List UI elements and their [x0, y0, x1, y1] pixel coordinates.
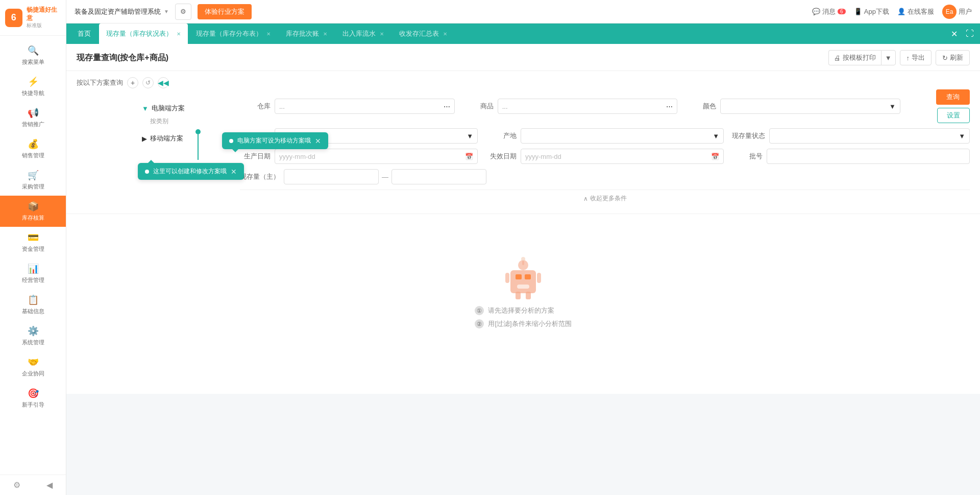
stock-min-input[interactable]	[284, 169, 379, 184]
sidebar-item-search[interactable]: 🔍 搜索菜单	[0, 40, 66, 71]
filter-refresh-btn[interactable]: ↺	[142, 77, 154, 88]
sidebar-item-finance[interactable]: 💳 资金管理	[0, 227, 66, 258]
tooltip-text: 电脑方案可设为移动方案哦	[237, 136, 311, 145]
export-btn[interactable]: ↑ 导出	[900, 50, 932, 65]
sidebar-item-quick-nav[interactable]: ⚡ 快捷导航	[0, 71, 66, 102]
stock-status-select[interactable]: ▼	[769, 128, 970, 144]
tooltip-create-scheme: 这里可以创建和修改方案哦 ✕	[138, 163, 244, 180]
search-buttons: 查询 设置	[909, 89, 970, 123]
svg-rect-3	[517, 285, 529, 289]
sidebar-item-label: 资金管理	[22, 245, 44, 253]
expire-date-input[interactable]: yyyy-mm-dd 📅	[521, 149, 724, 164]
warehouse-field: 仓库 ... ⋯	[240, 99, 455, 114]
support-icon: 👤	[897, 8, 905, 15]
tab-home[interactable]: 首页	[70, 23, 98, 44]
tooltip-close-btn[interactable]: ✕	[315, 137, 321, 145]
export-label: 导出	[912, 53, 925, 62]
system-settings-btn[interactable]: ⚙	[175, 4, 191, 20]
tab-flow[interactable]: 出入库流水 ✕	[335, 23, 391, 44]
batch-input[interactable]	[767, 149, 970, 164]
tab-inventory-distribution[interactable]: 现存量（库存分布表） ✕	[189, 23, 278, 44]
print-main-btn[interactable]: 🖨 按模板打印	[828, 50, 881, 65]
svg-rect-4	[505, 273, 509, 283]
tab-close-icon[interactable]: ✕	[177, 31, 181, 37]
sidebar-item-base-info[interactable]: 📋 基础信息	[0, 289, 66, 320]
top-header: 装备及固定资产辅助管理系统 ▼ ⚙ 体验行业方案 💬 消息 6 📱 App下载 …	[66, 0, 980, 23]
tab-close-icon[interactable]: ✕	[266, 31, 271, 37]
svg-rect-6	[516, 292, 521, 299]
filter-back-btn[interactable]: ◀◀	[158, 77, 169, 88]
tooltip-dot2	[145, 170, 149, 174]
fullscreen-btn[interactable]: ⛶	[964, 27, 976, 40]
stock-max-input[interactable]	[391, 169, 486, 184]
tab-bar: 首页 现存量（库存状况表） ✕ 现存量（库存分布表） ✕ 库存批次账 ✕ 出入库…	[66, 23, 980, 44]
mobile-scheme-label: 移动端方案	[150, 134, 183, 143]
collapse-filter-btn[interactable]: ∧ 收起更多条件	[240, 190, 970, 207]
user-btn[interactable]: Ea 用户	[942, 5, 972, 19]
print-label: 按模板打印	[843, 53, 876, 62]
filter-header-label: 按以下方案查询	[77, 78, 123, 87]
logo-icon: 6	[5, 9, 22, 27]
online-support-btn[interactable]: 👤 在线客服	[897, 7, 934, 16]
tab-batch-account[interactable]: 库存批次账 ✕	[279, 23, 334, 44]
warehouse-select[interactable]: ... ⋯	[275, 99, 455, 114]
sidebar-nav: 🔍 搜索菜单 ⚡ 快捷导航 📢 营销推广 💰 销售管理 🛒 采购管理 📦	[0, 36, 66, 475]
tooltip-close-btn2[interactable]: ✕	[231, 168, 237, 176]
empty-illustration	[498, 255, 549, 296]
filter-add-btn[interactable]: +	[127, 77, 138, 88]
step-num-2: ②	[475, 319, 484, 328]
sidebar-item-inventory[interactable]: 📦 库存核算	[0, 196, 66, 227]
svg-point-10	[521, 257, 525, 261]
tab-close-icon[interactable]: ✕	[323, 31, 327, 37]
refresh-btn[interactable]: ↻ 刷新	[936, 50, 970, 65]
desktop-scheme-item[interactable]: ▼ 电脑端方案	[138, 102, 219, 115]
system-selector[interactable]: 装备及固定资产辅助管理系统 ▼	[75, 7, 169, 16]
sidebar-item-purchase[interactable]: 🛒 采购管理	[0, 164, 66, 196]
toggle-icon2: ▶	[142, 135, 147, 143]
system-name: 装备及固定资产辅助管理系统	[75, 7, 161, 16]
sidebar-item-system[interactable]: ⚙️ 系统管理	[0, 320, 66, 351]
manufacture-date-input[interactable]: yyyy-mm-dd 📅	[275, 149, 478, 164]
sidebar-item-operations[interactable]: 📊 经营管理	[0, 258, 66, 289]
tab-inventory-status[interactable]: 现存量（库存状况表） ✕	[99, 23, 188, 44]
tab-summary[interactable]: 收发存汇总表 ✕	[392, 23, 454, 44]
reset-btn[interactable]: 设置	[937, 108, 970, 123]
sidebar-item-label: 系统管理	[22, 339, 44, 346]
page-actions: 🖨 按模板打印 ▼ ↑ 导出 ↻ 刷新	[828, 50, 970, 65]
print-arrow-btn[interactable]: ▼	[881, 50, 896, 65]
mobile-scheme-item[interactable]: ▶ 移动端方案	[138, 132, 219, 145]
sidebar-item-label: 快捷导航	[22, 89, 44, 97]
color-field: 颜色 ▼	[685, 99, 900, 114]
tab-close-icon[interactable]: ✕	[380, 31, 384, 37]
message-btn[interactable]: 💬 消息 6	[812, 7, 846, 16]
product-select[interactable]: ... ⋯	[498, 99, 678, 114]
warehouse-placeholder: ...	[279, 103, 285, 110]
app-download-btn[interactable]: 📱 App下载	[854, 7, 889, 16]
origin-select[interactable]: ▼	[521, 128, 724, 144]
page-header: 现存量查询(按仓库+商品) 🖨 按模板打印 ▼ ↑ 导出	[66, 44, 980, 71]
step1-text: 请先选择要分析的方案	[488, 306, 554, 315]
settings-footer-btn[interactable]: ⚙	[13, 480, 20, 490]
sidebar-item-sales[interactable]: 💰 销售管理	[0, 133, 66, 164]
print-btn[interactable]: 🖨 按模板打印 ▼	[828, 50, 896, 65]
marketing-icon: 📢	[28, 107, 39, 119]
experience-btn[interactable]: 体验行业方案	[198, 4, 252, 19]
sidebar-item-enterprise[interactable]: 🤝 企业协同	[0, 351, 66, 383]
color-select[interactable]: ▼	[720, 99, 900, 114]
sidebar-item-marketing[interactable]: 📢 营销推广	[0, 102, 66, 133]
color-label: 颜色	[685, 102, 716, 111]
quick-nav-icon: ⚡	[28, 76, 39, 87]
tab-close-icon[interactable]: ✕	[443, 31, 447, 37]
search-btn[interactable]: 查询	[936, 89, 970, 105]
header-right: 💬 消息 6 📱 App下载 👤 在线客服 Ea 用户	[812, 5, 972, 19]
desktop-scheme-child[interactable]: 按类别	[138, 115, 219, 128]
expire-date-field: 失效日期 yyyy-mm-dd 📅	[486, 149, 724, 164]
close-all-tabs-btn[interactable]: ✕	[949, 27, 960, 41]
step2-text: 用[过滤]条件来缩小分析范围	[488, 319, 571, 328]
sidebar-item-guide[interactable]: 🎯 新手引导	[0, 383, 66, 414]
stock-range: —	[284, 169, 486, 184]
calendar-icon: 📅	[465, 153, 473, 160]
logo-text: 畅捷通好生意	[27, 6, 61, 22]
refresh-label: 刷新	[950, 53, 963, 62]
collapse-sidebar-btn[interactable]: ◀	[46, 480, 53, 490]
